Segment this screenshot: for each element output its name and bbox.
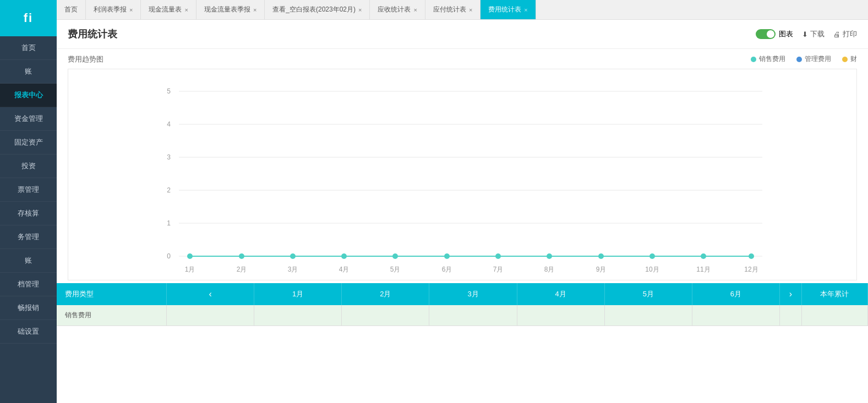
table-section: 费用类型 ‹ 1月 2月 3月 4月 5月 6月 › 本年累计 销售费用 [57, 283, 868, 403]
legend-management-label: 管理费用 [805, 54, 831, 64]
chart-toggle-wrap: 图表 [756, 29, 793, 39]
print-label: 打印 [843, 29, 857, 39]
datapoint [598, 253, 604, 259]
sidebar-item-investment[interactable]: 投资 [0, 154, 57, 178]
datapoint [701, 253, 706, 259]
tab-receivable-label: 应收统计表 [378, 5, 411, 14]
svg-text:12月: 12月 [744, 266, 758, 273]
svg-text:1: 1 [167, 219, 171, 227]
svg-text:11月: 11月 [696, 266, 710, 273]
datapoint [239, 253, 244, 259]
td-type: 销售费用 [57, 305, 167, 325]
table-nav-prev[interactable]: ‹ [167, 283, 254, 305]
sidebar-item-expense-reimbursement[interactable]: 畅报销 [0, 296, 57, 320]
page-header: 费用统计表 图表 ⬇ 下载 🖨 打印 [57, 20, 868, 49]
th-month-3: 3月 [429, 283, 517, 305]
tab-payable[interactable]: 应付统计表 × [425, 0, 481, 19]
page-title: 费用统计表 [68, 27, 117, 41]
legend-finance-dot [842, 57, 848, 62]
datapoint [547, 253, 552, 259]
tab-profit-quarterly[interactable]: 利润表季报 × [86, 0, 141, 19]
datapoint [187, 253, 193, 259]
print-button[interactable]: 🖨 打印 [833, 29, 857, 39]
tab-expense[interactable]: 费用统计表 × [481, 0, 536, 19]
chart-title: 费用趋势图 [68, 54, 857, 64]
sidebar-item-archive-management[interactable]: 档管理 [0, 273, 57, 296]
svg-text:1月: 1月 [185, 266, 195, 273]
tab-receivable-close[interactable]: × [413, 7, 417, 13]
svg-text:4月: 4月 [339, 266, 350, 273]
page-content: 费用统计表 图表 ⬇ 下载 🖨 打印 费用趋势图 [57, 20, 868, 403]
tab-expense-close[interactable]: × [524, 7, 527, 13]
tab-cashflow-quarterly-close[interactable]: × [253, 7, 256, 13]
chart-toggle[interactable] [756, 29, 776, 39]
tab-view-blank[interactable]: 查看_空白报表(2023年02月) × [265, 0, 370, 19]
svg-text:4: 4 [167, 120, 171, 128]
th-ytd: 本年累计 [802, 283, 868, 305]
svg-text:10月: 10月 [645, 266, 659, 273]
tab-home[interactable]: 首页 [57, 0, 86, 19]
svg-text:8月: 8月 [544, 266, 555, 273]
tab-cashflow-quarterly-label: 现金流量表季报 [204, 5, 250, 14]
legend-sales-label: 销售费用 [759, 54, 785, 64]
table-header: 费用类型 ‹ 1月 2月 3月 4月 5月 6月 › 本年累计 [57, 283, 868, 305]
tab-profit-quarterly-close[interactable]: × [129, 7, 133, 13]
th-month-5: 5月 [605, 283, 692, 305]
legend-sales-expense: 销售费用 [751, 54, 785, 64]
sidebar-item-account[interactable]: 账 [0, 60, 57, 84]
sidebar-item-fund-management[interactable]: 资金管理 [0, 107, 57, 131]
svg-text:5月: 5月 [390, 266, 401, 273]
table-row: 销售费用 [57, 305, 868, 326]
sidebar-item-invoice-management[interactable]: 票管理 [0, 178, 57, 202]
sidebar: fi 首页 账 报表中心 资金管理 固定资产 投资 票管理 存核算 务管理 账 … [0, 0, 57, 403]
td-m5 [605, 305, 692, 325]
datapoint [749, 253, 754, 259]
download-button[interactable]: ⬇ 下载 [802, 29, 825, 39]
th-month-6: 6月 [692, 283, 780, 305]
chart-container: 5 4 3 2 1 0 1月 2月 3月 4月 5月 6月 7月 8月 9 [68, 69, 857, 280]
datapoint [290, 253, 296, 259]
tab-cashflow-quarterly[interactable]: 现金流量表季报 × [196, 0, 265, 19]
tab-profit-quarterly-label: 利润表季报 [94, 5, 127, 14]
legend-management-expense: 管理费用 [796, 54, 831, 64]
th-expense-type: 费用类型 [57, 283, 167, 305]
sidebar-item-service-management[interactable]: 务管理 [0, 225, 57, 249]
td-m6 [692, 305, 780, 325]
tabs-bar: 首页 利润表季报 × 现金流量表 × 现金流量表季报 × 查看_空白报表(202… [57, 0, 868, 20]
svg-text:2月: 2月 [237, 266, 247, 273]
td-nav-spacer [167, 305, 254, 325]
sidebar-item-report-center[interactable]: 报表中心 [0, 84, 57, 107]
svg-text:3: 3 [167, 153, 171, 161]
datapoint [341, 253, 347, 259]
legend-management-dot [796, 57, 802, 62]
tab-receivable[interactable]: 应收统计表 × [370, 0, 425, 19]
tab-payable-close[interactable]: × [469, 7, 472, 13]
tab-view-blank-label: 查看_空白报表(2023年02月) [272, 5, 356, 14]
table-nav-next[interactable]: › [780, 283, 802, 305]
header-actions: 图表 ⬇ 下载 🖨 打印 [756, 29, 857, 39]
tab-cashflow-label: 现金流量表 [149, 5, 182, 14]
svg-text:7月: 7月 [493, 266, 504, 273]
legend-finance-expense: 财 [842, 54, 857, 64]
tab-payable-label: 应付统计表 [433, 5, 466, 14]
datapoint [495, 253, 501, 259]
main-area: 首页 利润表季报 × 现金流量表 × 现金流量表季报 × 查看_空白报表(202… [57, 0, 868, 403]
sidebar-item-ledger[interactable]: 账 [0, 249, 57, 273]
download-icon: ⬇ [802, 30, 808, 38]
chart-legend: 销售费用 管理费用 财 [751, 54, 857, 64]
th-month-1: 1月 [254, 283, 342, 305]
td-ytd [802, 305, 868, 325]
sidebar-item-basic-settings[interactable]: 础设置 [0, 320, 57, 344]
svg-text:5: 5 [167, 87, 171, 95]
download-label: 下载 [810, 29, 825, 39]
print-icon: 🖨 [833, 30, 840, 38]
sidebar-item-fixed-assets[interactable]: 固定资产 [0, 131, 57, 154]
tab-home-label: 首页 [64, 5, 78, 14]
sidebar-item-home[interactable]: 首页 [0, 36, 57, 60]
sidebar-item-inventory-accounting[interactable]: 存核算 [0, 202, 57, 225]
tab-cashflow-close[interactable]: × [184, 7, 188, 13]
legend-finance-label: 财 [850, 54, 857, 64]
th-month-2: 2月 [342, 283, 429, 305]
tab-view-blank-close[interactable]: × [358, 7, 362, 13]
tab-cashflow[interactable]: 现金流量表 × [141, 0, 196, 19]
